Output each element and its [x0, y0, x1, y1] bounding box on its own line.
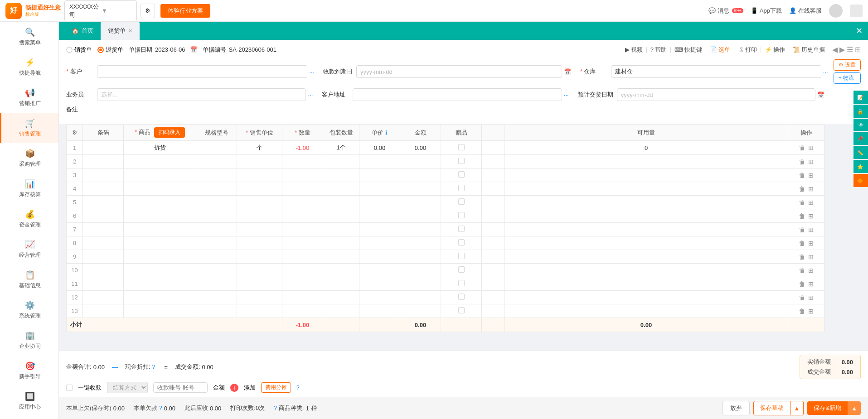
row-gift[interactable]: [441, 182, 482, 196]
row-product[interactable]: [124, 264, 196, 277]
row-amount[interactable]: [400, 277, 441, 291]
row-unit[interactable]: [237, 196, 282, 209]
tab-home[interactable]: 🏠 首页: [64, 22, 101, 40]
view-grid-icon[interactable]: ⊞: [855, 45, 861, 54]
row-desc[interactable]: [482, 223, 504, 236]
shortcut-btn[interactable]: ⌨ 快捷键: [674, 46, 702, 54]
customer-addr-dots[interactable]: ···: [564, 92, 569, 98]
due-date-calendar-icon[interactable]: 📅: [564, 68, 571, 75]
radio-sales-order[interactable]: 销货单: [66, 46, 92, 54]
payment-method-select[interactable]: 结算方式: [107, 382, 148, 393]
rfp-lock-btn[interactable]: 🔒: [853, 105, 868, 118]
payment-checkbox[interactable]: [66, 385, 73, 391]
row-amount[interactable]: [400, 182, 441, 196]
row-amount[interactable]: [400, 264, 441, 277]
row-barcode[interactable]: [83, 196, 124, 209]
row-copy-btn[interactable]: ⊞: [808, 308, 814, 315]
view-list-icon[interactable]: ☰: [847, 45, 853, 54]
row-spec[interactable]: [196, 291, 237, 304]
row-spec[interactable]: [196, 277, 237, 291]
row-desc[interactable]: [482, 169, 504, 182]
sidebar-item-search[interactable]: 🔍 搜索菜单: [0, 22, 58, 52]
tab-close-icon[interactable]: ✕: [128, 28, 132, 34]
date-value[interactable]: 2023-06-06: [155, 46, 185, 53]
row-product[interactable]: 拆货: [124, 141, 196, 155]
row-copy-btn[interactable]: ⊞: [808, 158, 814, 165]
fee-info-icon[interactable]: ?: [296, 385, 300, 391]
row-spec[interactable]: [196, 250, 237, 264]
row-amount[interactable]: [400, 236, 441, 250]
tab-sales-order[interactable]: 销货单 ✕: [101, 22, 140, 40]
row-product[interactable]: [124, 304, 196, 318]
row-delete-btn[interactable]: 🗑: [799, 226, 805, 233]
debt-info-icon[interactable]: ?: [159, 405, 162, 411]
print-btn[interactable]: 🖨 打印: [738, 46, 757, 54]
row-qty[interactable]: -1.00: [282, 141, 323, 155]
discount-info-icon[interactable]: ?: [152, 364, 155, 370]
row-qty[interactable]: [282, 155, 323, 169]
row-pkgqty[interactable]: [323, 155, 359, 169]
row-barcode[interactable]: [83, 264, 124, 277]
row-desc[interactable]: [482, 291, 504, 304]
row-unit[interactable]: [237, 209, 282, 223]
row-barcode[interactable]: [83, 209, 124, 223]
row-unit[interactable]: [237, 264, 282, 277]
row-barcode[interactable]: [83, 182, 124, 196]
row-qty[interactable]: [282, 182, 323, 196]
salesperson-dots[interactable]: ···: [308, 92, 313, 98]
salesperson-input[interactable]: 选择...: [97, 88, 306, 101]
row-spec[interactable]: [196, 264, 237, 277]
fee-split-btn[interactable]: 费用分摊: [261, 382, 291, 393]
row-desc[interactable]: [482, 141, 504, 155]
online-support-btn[interactable]: 👤 在线客服: [789, 7, 822, 15]
row-price[interactable]: [359, 182, 400, 196]
row-spec[interactable]: [196, 236, 237, 250]
sidebar-item-appcenter[interactable]: 🔲 应用中心: [0, 386, 58, 416]
row-price[interactable]: [359, 209, 400, 223]
add-fee-btn[interactable]: +: [230, 384, 238, 392]
history-btn[interactable]: 📜 历史单据: [793, 46, 825, 54]
row-price[interactable]: [359, 277, 400, 291]
row-unit[interactable]: [237, 182, 282, 196]
warehouse-input[interactable]: 建材仓: [611, 65, 821, 78]
sidebar-item-finance[interactable]: 💰 资金管理: [0, 204, 58, 234]
row-qty[interactable]: [282, 223, 323, 236]
row-product[interactable]: [124, 291, 196, 304]
row-barcode[interactable]: [83, 250, 124, 264]
row-spec[interactable]: [196, 141, 237, 155]
row-barcode[interactable]: [83, 304, 124, 318]
rfp-star-btn[interactable]: ⭐: [853, 160, 868, 173]
row-amount[interactable]: [400, 223, 441, 236]
row-unit[interactable]: [237, 236, 282, 250]
sidebar-item-guide[interactable]: 🎯 新手引导: [0, 356, 58, 386]
row-product[interactable]: [124, 182, 196, 196]
row-price[interactable]: 0.00: [359, 141, 400, 155]
row-qty[interactable]: [282, 209, 323, 223]
row-barcode[interactable]: [83, 141, 124, 155]
sidebar-item-marketing[interactable]: 📢 营销推广: [0, 82, 58, 113]
row-pkgqty[interactable]: [323, 277, 359, 291]
rfp-notes-btn[interactable]: 📝: [853, 91, 868, 104]
row-desc[interactable]: [482, 236, 504, 250]
row-gift[interactable]: [441, 141, 482, 155]
row-unit[interactable]: [237, 291, 282, 304]
row-spec[interactable]: [196, 155, 237, 169]
row-spec[interactable]: [196, 196, 237, 209]
row-price[interactable]: [359, 250, 400, 264]
row-price[interactable]: [359, 264, 400, 277]
row-desc[interactable]: [482, 209, 504, 223]
row-price[interactable]: [359, 196, 400, 209]
row-pkgqty[interactable]: [323, 182, 359, 196]
row-desc[interactable]: [482, 250, 504, 264]
product-kind-info-icon[interactable]: ?: [274, 405, 277, 411]
save-draft-arrow-btn[interactable]: ▲: [790, 401, 804, 415]
row-desc[interactable]: [482, 182, 504, 196]
row-delete-btn[interactable]: 🗑: [799, 308, 805, 315]
row-barcode[interactable]: [83, 291, 124, 304]
price-info-icon[interactable]: ℹ: [385, 130, 388, 136]
row-spec[interactable]: [196, 169, 237, 182]
video-btn[interactable]: ▶ 视频: [625, 46, 643, 54]
row-delete-btn[interactable]: 🗑: [799, 212, 805, 220]
row-spec[interactable]: [196, 209, 237, 223]
row-copy-btn[interactable]: ⊞: [808, 199, 814, 206]
